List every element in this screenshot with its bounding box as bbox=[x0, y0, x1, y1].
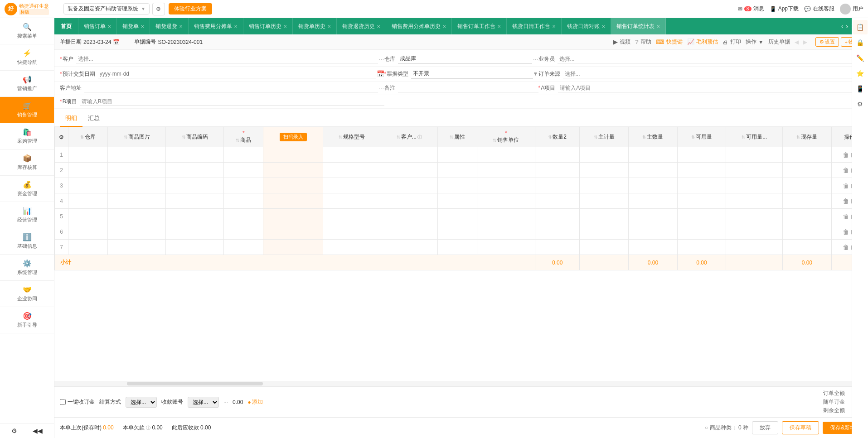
cell-main-qty[interactable] bbox=[629, 163, 678, 178]
col-attributes[interactable]: ⇅属性 bbox=[437, 127, 477, 147]
sidebar-item-sales[interactable]: 🛒 销售管理 bbox=[0, 97, 54, 123]
dots-receipt[interactable]: ··· bbox=[223, 399, 228, 405]
cell-warehouse[interactable] bbox=[68, 193, 108, 209]
close-icon[interactable]: ✕ bbox=[283, 24, 287, 29]
scroll-thumb[interactable] bbox=[127, 382, 263, 385]
cell-main-unit[interactable] bbox=[580, 224, 629, 240]
rs-icon-5[interactable]: 📱 bbox=[853, 82, 868, 96]
solution-button[interactable]: 体验行业方案 bbox=[169, 3, 212, 14]
print-btn[interactable]: 🖨 打印 bbox=[723, 38, 741, 46]
operate-btn[interactable]: 操作 ▼ bbox=[746, 38, 764, 46]
cell-qty2[interactable] bbox=[535, 178, 580, 193]
sidebar-collapse-icon[interactable]: ◀◀ bbox=[33, 427, 43, 434]
app-download[interactable]: 📱 App下载 bbox=[770, 5, 799, 13]
cell-spec[interactable] bbox=[323, 240, 381, 255]
cell-qty2[interactable] bbox=[535, 163, 580, 178]
delete-row-icon[interactable]: 🗑 bbox=[843, 213, 849, 220]
cell-available[interactable] bbox=[677, 147, 726, 163]
col-qty2[interactable]: ⇅数量2 bbox=[535, 127, 580, 147]
cell-customer-code[interactable] bbox=[381, 224, 438, 240]
cell-attributes[interactable] bbox=[437, 178, 477, 193]
cell-sales-unit[interactable] bbox=[477, 178, 535, 193]
cell-main-unit[interactable] bbox=[580, 147, 629, 163]
settings-panel-btn[interactable]: ⚙ 设置 bbox=[815, 37, 839, 47]
delete-row-icon[interactable]: 🗑 bbox=[843, 197, 849, 205]
close-icon[interactable]: ✕ bbox=[327, 24, 331, 29]
cell-spec[interactable] bbox=[323, 178, 381, 193]
cell-product-code[interactable] bbox=[166, 209, 224, 224]
tab-sales-goods[interactable]: 销货单 ✕ bbox=[117, 18, 150, 34]
remark-input[interactable] bbox=[398, 84, 538, 92]
tab-daily-workspace[interactable]: 钱货日清工作台 ✕ bbox=[507, 18, 562, 34]
history-btn[interactable]: 历史单据 bbox=[768, 38, 790, 46]
cell-warehouse[interactable] bbox=[68, 240, 108, 255]
tab-order-workspace[interactable]: 销售订单工作台 ✕ bbox=[452, 18, 507, 34]
cell-qty2[interactable] bbox=[535, 209, 580, 224]
cell-main-unit[interactable] bbox=[580, 240, 629, 255]
cell-product-code[interactable] bbox=[166, 224, 224, 240]
cell-product-img[interactable] bbox=[108, 163, 166, 178]
add-deposit-btn[interactable]: ● 添加 bbox=[247, 398, 262, 406]
rs-icon-6[interactable]: ⚙ bbox=[853, 97, 868, 111]
rs-icon-1[interactable]: 📋 bbox=[853, 20, 868, 34]
tab-daily-reconcile[interactable]: 钱货日清对账 ✕ bbox=[562, 18, 611, 34]
cell-product-code[interactable] bbox=[166, 240, 224, 255]
cell-attributes[interactable] bbox=[437, 193, 477, 209]
rs-icon-4[interactable]: ⭐ bbox=[853, 66, 868, 81]
col-product[interactable]: ⇅商品 bbox=[224, 127, 263, 147]
cell-available[interactable] bbox=[677, 193, 726, 209]
close-icon[interactable]: ✕ bbox=[552, 24, 556, 29]
cell-product[interactable] bbox=[224, 224, 263, 240]
col-product-code[interactable]: ⇅商品编码 bbox=[166, 127, 224, 147]
settle-select[interactable]: 选择... bbox=[126, 397, 157, 408]
cell-stock[interactable] bbox=[783, 240, 832, 255]
sidebar-item-finance[interactable]: 💰 资金管理 bbox=[0, 176, 54, 202]
calendar-icon[interactable]: 📅 bbox=[113, 39, 120, 45]
cell-attributes[interactable] bbox=[437, 209, 477, 224]
cell-main-unit[interactable] bbox=[580, 209, 629, 224]
cell-main-qty[interactable] bbox=[629, 178, 678, 193]
cell-qty2[interactable] bbox=[535, 224, 580, 240]
system-selector[interactable]: 装备及固定资产辅助管理系统 ▼ bbox=[63, 3, 150, 14]
cell-main-qty[interactable] bbox=[629, 193, 678, 209]
cell-customer-code[interactable] bbox=[381, 147, 438, 163]
save-draft-button[interactable]: 保存草稿 bbox=[782, 421, 819, 434]
sidebar-item-operations[interactable]: 📊 经营管理 bbox=[0, 202, 54, 228]
cell-attributes[interactable] bbox=[437, 163, 477, 178]
sidebar-item-quick[interactable]: ⚡ 快捷导航 bbox=[0, 44, 54, 71]
cell-qty2[interactable] bbox=[535, 193, 580, 209]
settings-col-icon[interactable]: ⚙ bbox=[59, 134, 64, 140]
sidebar-item-search[interactable]: 🔍 搜索菜单 bbox=[0, 18, 54, 44]
tab-sales-order[interactable]: 销售订单 ✕ bbox=[78, 18, 117, 34]
close-icon[interactable]: ✕ bbox=[497, 24, 501, 29]
cell-product[interactable] bbox=[224, 240, 263, 255]
sidebar-item-purchase[interactable]: 🛍️ 采购管理 bbox=[0, 123, 54, 149]
cell-attributes[interactable] bbox=[437, 240, 477, 255]
nav-right-arrow[interactable]: › bbox=[844, 23, 849, 30]
cell-product-code[interactable] bbox=[166, 163, 224, 178]
tab-summary[interactable]: 汇总 bbox=[82, 111, 105, 127]
customer-more-icon[interactable]: ··· bbox=[379, 55, 384, 63]
a-project-input[interactable] bbox=[558, 84, 863, 92]
cell-sales-unit[interactable] bbox=[477, 240, 535, 255]
prev-owe-info-icon[interactable]: ⓘ bbox=[146, 425, 150, 430]
cell-warehouse[interactable] bbox=[68, 163, 108, 178]
calendar-small-icon[interactable]: 📅 bbox=[377, 70, 384, 77]
cell-product[interactable] bbox=[224, 147, 263, 163]
addr-more-icon[interactable]: ··· bbox=[379, 85, 384, 92]
col-customer-code[interactable]: ⇅客户... ⓘ bbox=[381, 127, 438, 147]
cell-qty2[interactable] bbox=[535, 240, 580, 255]
sidebar-item-guide[interactable]: 🎯 新手引导 bbox=[0, 307, 54, 333]
cell-spec[interactable] bbox=[323, 193, 381, 209]
cell-warehouse[interactable] bbox=[68, 224, 108, 240]
sidebar-item-base[interactable]: ℹ️ 基础信息 bbox=[0, 228, 54, 255]
cell-sales-unit[interactable] bbox=[477, 193, 535, 209]
tab-sales-expense[interactable]: 销售费用分摊单 ✕ bbox=[189, 18, 243, 34]
cell-available[interactable] bbox=[677, 163, 726, 178]
sidebar-item-inventory[interactable]: 📦 库存核算 bbox=[0, 149, 54, 176]
close-icon[interactable]: ✕ bbox=[601, 24, 605, 29]
cell-product-img[interactable] bbox=[108, 209, 166, 224]
shortcut-btn[interactable]: ⌨ 快捷键 bbox=[656, 38, 683, 46]
tab-sales-order-history[interactable]: 销售订单历史 ✕ bbox=[243, 18, 293, 34]
tab-order-stats[interactable]: 销售订单统计表 ✕ bbox=[611, 18, 666, 34]
